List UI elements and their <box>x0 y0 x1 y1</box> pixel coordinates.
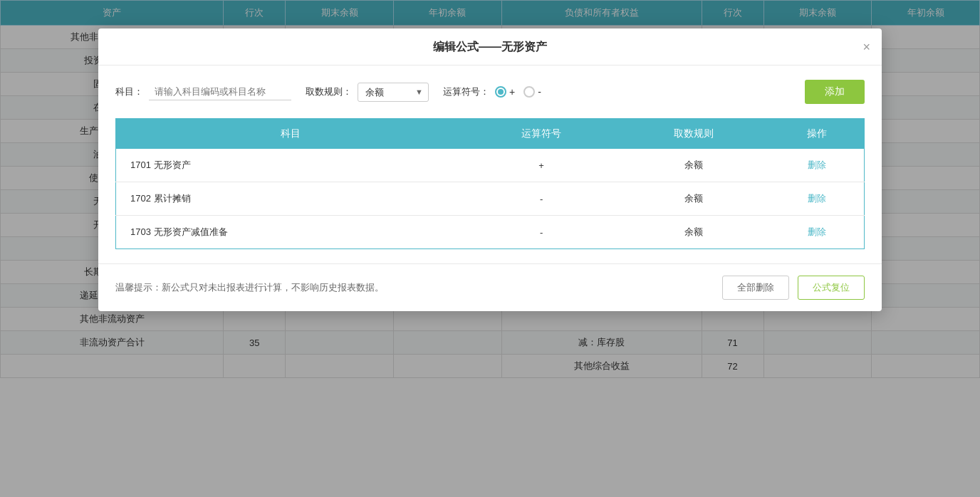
formula-subject: 1701 无形资产 <box>116 149 466 182</box>
table-header-row: 科目 运算符号 取数规则 操作 <box>116 119 865 150</box>
modal-title: 编辑公式——无形资产 <box>433 41 547 53</box>
radio-plus-circle <box>495 86 506 98</box>
table-col-action: 操作 <box>770 119 864 150</box>
rule-group: 取数规则： 余额 借方 贷方 借方发生额 贷方发生额 ▼ <box>306 83 429 102</box>
formula-rule: 余额 <box>617 182 770 216</box>
modal-overlay: 编辑公式——无形资产 × 科目： 取数规则： 余额 借方 贷方 <box>0 0 980 497</box>
formula-action: 删除 <box>770 216 864 249</box>
modal-dialog: 编辑公式——无形资产 × 科目： 取数规则： 余额 借方 贷方 <box>98 28 882 311</box>
rule-label: 取数规则： <box>306 85 352 98</box>
operator-label: 运算符号： <box>443 85 489 98</box>
delete-all-button[interactable]: 全部删除 <box>722 276 789 300</box>
formula-rule: 余额 <box>617 216 770 249</box>
formula-row: 1702 累计摊销-余额删除 <box>116 182 865 216</box>
add-button[interactable]: 添加 <box>805 80 865 104</box>
formula-action: 删除 <box>770 149 864 182</box>
footer-buttons: 全部删除 公式复位 <box>722 276 865 300</box>
operator-plus-label: + <box>509 86 515 98</box>
modal-header: 编辑公式——无形资产 × <box>98 28 882 66</box>
operator-group: 运算符号： + - <box>443 85 541 98</box>
tip-text: 温馨提示：新公式只对未出报表进行计算，不影响历史报表数据。 <box>115 281 384 294</box>
formula-subject: 1702 累计摊销 <box>116 182 466 216</box>
delete-row-button[interactable]: 删除 <box>808 226 826 237</box>
operator-minus-radio[interactable]: - <box>523 86 541 98</box>
subject-label: 科目： <box>115 85 143 98</box>
formula-operator: - <box>465 182 617 216</box>
formula-rule: 余额 <box>617 149 770 182</box>
formula-row: 1703 无形资产减值准备-余额删除 <box>116 216 865 249</box>
subject-group: 科目： <box>115 83 291 100</box>
reset-formula-button[interactable]: 公式复位 <box>798 276 865 300</box>
delete-row-button[interactable]: 删除 <box>808 193 826 204</box>
formula-operator: + <box>465 149 617 182</box>
modal-close-button[interactable]: × <box>862 41 870 53</box>
formula-action: 删除 <box>770 182 864 216</box>
formula-operator: - <box>465 216 617 249</box>
modal-footer: 温馨提示：新公式只对未出报表进行计算，不影响历史报表数据。 全部删除 公式复位 <box>98 263 882 311</box>
formula-subject: 1703 无形资产减值准备 <box>116 216 466 249</box>
subject-input[interactable] <box>149 83 291 100</box>
operator-plus-radio[interactable]: + <box>495 86 515 98</box>
rule-select-wrapper: 余额 借方 贷方 借方发生额 贷方发生额 ▼ <box>358 83 429 102</box>
modal-body: 科目： 取数规则： 余额 借方 贷方 借方发生额 贷方发生额 ▼ <box>98 66 882 263</box>
operator-radio-group: + - <box>495 86 541 98</box>
radio-minus-circle <box>523 86 535 98</box>
formula-table-body: 1701 无形资产+余额删除1702 累计摊销-余额删除1703 无形资产减值准… <box>116 149 865 249</box>
formula-table: 科目 运算符号 取数规则 操作 1701 无形资产+余额删除1702 累计摊销-… <box>115 118 865 249</box>
form-row: 科目： 取数规则： 余额 借方 贷方 借方发生额 贷方发生额 ▼ <box>115 80 865 104</box>
table-col-rule: 取数规则 <box>617 119 770 150</box>
table-col-subject: 科目 <box>116 119 466 150</box>
table-col-operator: 运算符号 <box>465 119 617 150</box>
formula-row: 1701 无形资产+余额删除 <box>116 149 865 182</box>
delete-row-button[interactable]: 删除 <box>808 159 826 170</box>
operator-minus-label: - <box>538 86 541 98</box>
rule-select[interactable]: 余额 借方 贷方 借方发生额 贷方发生额 <box>358 83 429 102</box>
